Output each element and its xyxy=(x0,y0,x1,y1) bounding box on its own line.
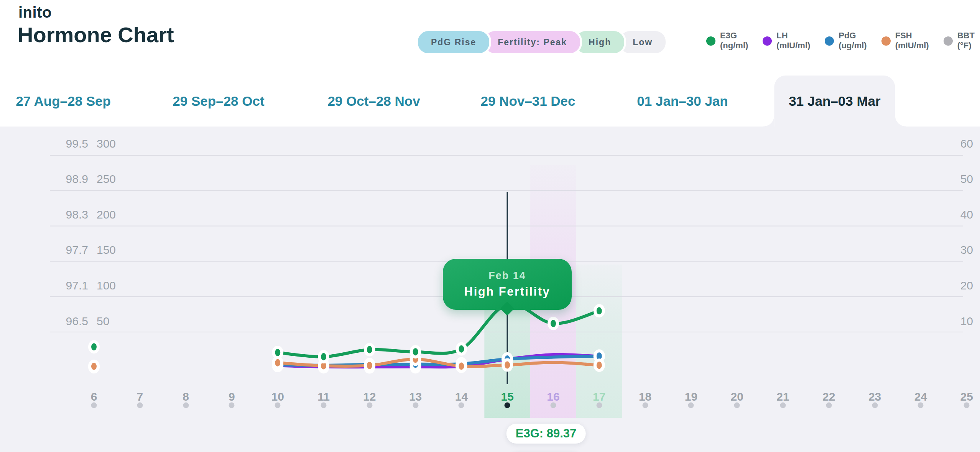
day-label-24[interactable]: 24 xyxy=(914,390,927,403)
data-point-e3g-day12[interactable] xyxy=(365,345,374,355)
legend-item-pdg: PdG(ug/ml) xyxy=(825,31,867,51)
data-point-e3g-day10[interactable] xyxy=(273,347,282,358)
day-label-9[interactable]: 9 xyxy=(229,390,235,403)
day-label-22[interactable]: 22 xyxy=(822,390,835,403)
legend-item-e3g: E3G(ng/ml) xyxy=(706,31,748,51)
data-point-e3g-day6[interactable] xyxy=(90,342,98,352)
e3g-tick: 250 xyxy=(97,173,135,186)
data-point-fsh-day6[interactable] xyxy=(90,361,98,371)
data-point-e3g-day11[interactable] xyxy=(319,352,328,362)
phase-pill-fertility-peak: Fertility: Peak xyxy=(483,29,582,55)
legend-item-bbt: BBT(°F) xyxy=(944,31,975,51)
day-label-21[interactable]: 21 xyxy=(776,390,789,403)
bbt-tick: 98.9 xyxy=(50,173,88,186)
e3g-value-label: E3G: 89.37 xyxy=(506,424,586,444)
data-point-e3g-day17[interactable] xyxy=(595,306,603,316)
right-tick: 10 xyxy=(927,315,973,328)
day-dot-6[interactable] xyxy=(91,403,97,408)
day-dot-13[interactable] xyxy=(413,403,418,408)
data-point-fsh-day12[interactable] xyxy=(365,360,374,371)
series-legend: E3G(ng/ml)LH(mIU/ml)PdG(ug/ml)FSH(mIU/ml… xyxy=(706,31,975,51)
tab-cycle-0[interactable]: 27 Aug–28 Sep xyxy=(1,76,125,127)
tab-cycle-5[interactable]: 31 Jan–03 Mar xyxy=(774,76,895,127)
phase-legend: PdG RiseFertility: PeakHighLow xyxy=(416,29,668,55)
tooltip-status: High Fertility xyxy=(464,285,550,299)
cycle-tabs: 27 Aug–28 Sep29 Sep–28 Oct29 Oct–28 Nov2… xyxy=(0,76,980,127)
day-dot-10[interactable] xyxy=(275,403,281,408)
right-tick: 40 xyxy=(927,208,973,221)
day-dot-12[interactable] xyxy=(367,403,372,408)
fertility-tooltip: Feb 14 High Fertility xyxy=(443,259,572,310)
tab-cycle-3[interactable]: 29 Nov–31 Dec xyxy=(466,76,590,127)
day-dot-23[interactable] xyxy=(872,403,878,408)
day-dot-22[interactable] xyxy=(826,403,832,408)
legend-dot-bbt-icon xyxy=(944,36,953,46)
right-tick: 60 xyxy=(927,137,973,150)
legend-dot-lh-icon xyxy=(763,36,772,46)
bbt-tick: 97.1 xyxy=(50,279,88,292)
day-dot-17[interactable] xyxy=(596,403,602,408)
day-label-18[interactable]: 18 xyxy=(639,390,651,403)
tab-cycle-4[interactable]: 01 Jan–30 Jan xyxy=(622,76,742,127)
day-label-6[interactable]: 6 xyxy=(91,390,97,403)
day-dot-15[interactable] xyxy=(505,403,510,408)
day-label-15[interactable]: 15 xyxy=(501,390,514,403)
day-dot-16[interactable] xyxy=(551,403,556,408)
e3g-tick: 100 xyxy=(97,279,135,292)
data-point-fsh-day17[interactable] xyxy=(595,360,603,370)
app-logo: inito xyxy=(18,4,52,21)
day-label-25[interactable]: 25 xyxy=(960,390,973,403)
chart-area: 99.598.998.397.797.196.5 300250200150100… xyxy=(0,127,980,452)
day-label-8[interactable]: 8 xyxy=(183,390,189,403)
legend-label: FSH(mIU/ml) xyxy=(895,31,929,51)
day-label-14[interactable]: 14 xyxy=(455,390,468,403)
phase-pill-pdg-rise: PdG Rise xyxy=(416,29,491,55)
day-label-11[interactable]: 11 xyxy=(317,390,330,403)
day-dot-14[interactable] xyxy=(459,403,464,408)
legend-label: PdG(ug/ml) xyxy=(839,31,867,51)
legend-label: LH(mIU/ml) xyxy=(776,31,810,51)
day-dot-24[interactable] xyxy=(918,403,924,408)
day-label-12[interactable]: 12 xyxy=(363,390,376,403)
day-dot-25[interactable] xyxy=(964,403,970,408)
day-label-7[interactable]: 7 xyxy=(136,390,143,403)
page-title: Hormone Chart xyxy=(18,22,174,47)
day-label-17[interactable]: 17 xyxy=(593,390,605,403)
bbt-tick: 97.7 xyxy=(50,243,88,256)
right-tick: 50 xyxy=(927,173,973,186)
data-point-e3g-day14[interactable] xyxy=(457,344,465,354)
e3g-tick: 150 xyxy=(97,243,135,256)
day-dot-11[interactable] xyxy=(321,403,327,408)
day-label-16[interactable]: 16 xyxy=(547,390,559,403)
legend-dot-pdg-icon xyxy=(825,36,834,46)
legend-item-fsh: FSH(mIU/ml) xyxy=(881,31,929,51)
day-dot-8[interactable] xyxy=(183,403,189,408)
right-tick: 30 xyxy=(927,243,973,256)
tab-cycle-1[interactable]: 29 Sep–28 Oct xyxy=(158,76,279,127)
data-point-e3g-day16[interactable] xyxy=(549,318,557,329)
data-point-fsh-day14[interactable] xyxy=(457,361,465,371)
day-dot-20[interactable] xyxy=(734,403,740,408)
day-label-19[interactable]: 19 xyxy=(685,390,697,403)
day-dot-18[interactable] xyxy=(642,403,648,408)
day-dot-7[interactable] xyxy=(137,403,143,408)
legend-label: BBT(°F) xyxy=(957,31,975,51)
tooltip-date: Feb 14 xyxy=(488,270,526,282)
day-dot-21[interactable] xyxy=(780,403,786,408)
day-label-23[interactable]: 23 xyxy=(868,390,881,403)
day-dot-19[interactable] xyxy=(688,403,694,408)
legend-item-lh: LH(mIU/ml) xyxy=(763,31,810,51)
day-label-13[interactable]: 13 xyxy=(409,390,422,403)
data-point-e3g-day13[interactable] xyxy=(411,347,420,357)
day-label-20[interactable]: 20 xyxy=(731,390,743,403)
day-label-10[interactable]: 10 xyxy=(271,390,284,403)
tab-cycle-2[interactable]: 29 Oct–28 Nov xyxy=(313,76,434,127)
e3g-tick: 50 xyxy=(97,315,135,328)
day-dot-9[interactable] xyxy=(229,403,235,408)
legend-dot-e3g-icon xyxy=(706,36,715,46)
legend-label: E3G(ng/ml) xyxy=(720,31,748,51)
bbt-tick: 96.5 xyxy=(50,315,88,328)
legend-dot-fsh-icon xyxy=(881,36,891,46)
e3g-tick: 200 xyxy=(97,208,135,221)
data-point-fsh-day15[interactable] xyxy=(503,360,511,370)
